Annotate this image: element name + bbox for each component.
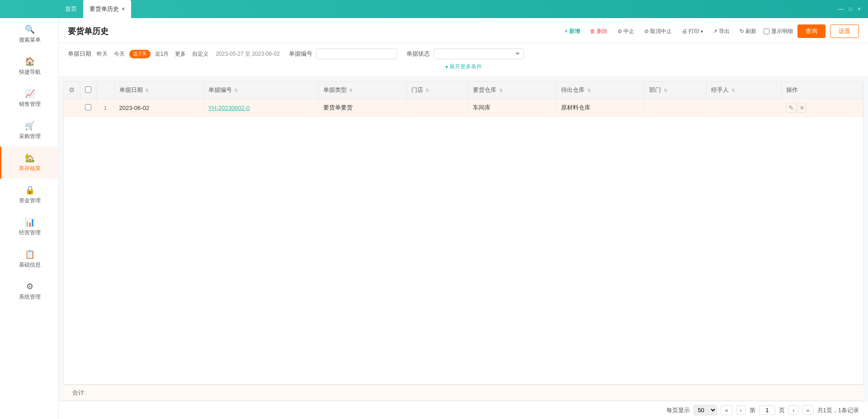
col-pending-warehouse: 待出仓库 ⇅ xyxy=(557,81,645,99)
delete-button[interactable]: 🗑 删除 xyxy=(587,26,610,37)
order-no-filter: 单据编号 xyxy=(289,48,397,59)
date-tabs: 昨天 今天 近7天 近1月 更多 自定义 xyxy=(95,50,210,58)
prev-page-btn[interactable]: ‹ xyxy=(736,405,746,415)
close-tab-icon[interactable]: × xyxy=(122,6,125,12)
print-dropdown-icon: ▾ xyxy=(701,29,703,34)
sidebar-item-purchase-mgmt[interactable]: 🛒 采购管理 xyxy=(0,114,58,147)
sort-dept-icon[interactable]: ⇅ xyxy=(664,88,667,93)
new-button[interactable]: + 新增 xyxy=(562,26,583,37)
inventory-calc-icon: 🏡 xyxy=(25,153,35,163)
col-seq xyxy=(96,81,114,99)
sys-mgmt-icon: ⚙ xyxy=(26,281,33,291)
status-select[interactable] xyxy=(434,48,524,59)
sidebar-item-sys-mgmt[interactable]: ⚙ 系统管理 xyxy=(0,275,58,307)
select-all-checkbox[interactable] xyxy=(85,86,91,93)
date-tab-custom[interactable]: 自定义 xyxy=(190,50,210,58)
date-range-display: 2023-05-27 至 2023-06-02 xyxy=(216,50,279,58)
row-date: 2023-06-02 xyxy=(114,99,203,117)
sidebar-item-inventory-calc[interactable]: 🏡 库存核算 xyxy=(0,147,58,179)
per-page-select[interactable]: 20 50 100 xyxy=(693,405,717,415)
row-order-no[interactable]: YH-20230602-0 xyxy=(203,99,318,117)
page-header: 要货单历史 + 新增 🗑 删除 ⊘ 中止 ⊘ 取消中止 🖨 xyxy=(59,18,868,43)
sort-pending-warehouse-icon[interactable]: ⇅ xyxy=(587,88,591,93)
sort-date-icon[interactable]: ⇅ xyxy=(145,88,149,93)
display-detail-toggle[interactable]: 显示明细 xyxy=(764,28,793,35)
col-dept: 部门 ⇅ xyxy=(645,81,707,99)
print-button[interactable]: 🖨 打印 ▾ xyxy=(679,26,706,37)
col-date: 单据日期 ⇅ xyxy=(114,81,203,99)
sidebar-item-base-info[interactable]: 📋 基础信息 xyxy=(0,243,58,275)
expand-more-btn[interactable]: ▾ 展开更多条件 xyxy=(445,63,482,71)
setting-button[interactable]: 设置 xyxy=(830,24,859,38)
refresh-button[interactable]: ↻ 刷新 xyxy=(737,26,759,37)
sort-order-type-icon[interactable]: ⇅ xyxy=(349,88,353,93)
col-check xyxy=(80,81,96,99)
toolbar: + 新增 🗑 删除 ⊘ 中止 ⊘ 取消中止 🖨 打印 ▾ xyxy=(562,24,859,38)
sidebar-item-search-menu[interactable]: 🔍 搜索菜单 xyxy=(0,18,58,50)
quick-nav-icon: 🏠 xyxy=(25,57,35,67)
date-filter: 单据日期 昨天 今天 近7天 近1月 更多 自定义 2023-05-27 至 2… xyxy=(68,50,280,58)
tab-home[interactable]: 首页 xyxy=(59,0,83,18)
row-more-icon[interactable]: ≡ xyxy=(797,103,806,113)
row-pending-warehouse: 原材料仓库 xyxy=(557,99,645,117)
close-window-icon[interactable]: × xyxy=(858,6,861,12)
display-detail-checkbox[interactable] xyxy=(764,29,769,34)
order-no-input[interactable] xyxy=(316,48,397,59)
total-info: 共1页，1条记录 xyxy=(817,406,859,414)
content-area: 要货单历史 + 新增 🗑 删除 ⊘ 中止 ⊘ 取消中止 🖨 xyxy=(59,18,868,419)
col-req-warehouse: 要货仓库 ⇅ xyxy=(468,81,557,99)
print-icon: 🖨 xyxy=(682,28,687,34)
filter-row-1: 单据日期 昨天 今天 近7天 近1月 更多 自定义 2023-05-27 至 2… xyxy=(68,48,859,59)
cancel-stop-icon: ⊘ xyxy=(644,28,649,34)
sort-req-warehouse-icon[interactable]: ⇅ xyxy=(499,88,503,93)
tab-active-label: 要货单历史 xyxy=(90,5,119,13)
expand-label: 展开更多条件 xyxy=(449,63,482,71)
table-settings-icon[interactable]: ⚙ xyxy=(69,86,75,94)
refresh-icon: ↻ xyxy=(740,28,744,34)
tab-active[interactable]: 要货单历史 × xyxy=(83,0,131,18)
base-info-icon: 📋 xyxy=(25,249,35,259)
sidebar-item-label-sys-mgmt: 系统管理 xyxy=(19,293,41,301)
sidebar-item-finance-mgmt[interactable]: 🔒 资金管理 xyxy=(0,179,58,211)
sidebar-item-sales-mgmt[interactable]: 📈 销售管理 xyxy=(0,82,58,114)
date-tab-1month[interactable]: 近1月 xyxy=(153,50,171,58)
query-button[interactable]: 查询 xyxy=(797,24,826,38)
filter-area: 单据日期 昨天 今天 近7天 近1月 更多 自定义 2023-05-27 至 2… xyxy=(59,43,868,76)
export-button[interactable]: ↗ 导出 xyxy=(710,26,732,37)
page-input[interactable] xyxy=(759,405,775,415)
last-page-btn[interactable]: » xyxy=(802,405,813,415)
chevron-down-icon: ▾ xyxy=(445,64,448,70)
sidebar-item-quick-nav[interactable]: 🏠 快捷导航 xyxy=(0,50,58,82)
sort-order-no-icon[interactable]: ⇅ xyxy=(234,88,238,93)
delete-label: 删除 xyxy=(597,28,608,35)
date-filter-label: 单据日期 xyxy=(68,50,91,58)
ops-mgmt-icon: 📊 xyxy=(25,217,35,227)
sort-store-icon[interactable]: ⇅ xyxy=(425,88,429,93)
col-handler: 经手人 ⇅ xyxy=(706,81,781,99)
next-page-btn[interactable]: › xyxy=(788,405,798,415)
page-unit-label: 页 xyxy=(779,406,785,414)
row-checkbox[interactable] xyxy=(85,104,91,110)
date-tab-today[interactable]: 今天 xyxy=(112,50,127,58)
row-edit-icon[interactable]: ✎ xyxy=(786,103,796,113)
stop-button[interactable]: ⊘ 中止 xyxy=(615,26,637,37)
first-page-btn[interactable]: « xyxy=(721,405,732,415)
minimize-icon[interactable]: — xyxy=(838,6,844,12)
date-tab-yesterday[interactable]: 昨天 xyxy=(95,50,109,58)
status-label: 单据状态 xyxy=(406,50,430,58)
row-action: ✎ ≡ xyxy=(781,99,863,117)
sidebar-item-ops-mgmt[interactable]: 📊 经营管理 xyxy=(0,211,58,243)
table-footer-summary: 合计: xyxy=(63,385,863,401)
status-filter: 单据状态 xyxy=(406,48,524,59)
maximize-icon[interactable]: □ xyxy=(849,6,852,12)
sidebar-item-label-sales-mgmt: 销售管理 xyxy=(19,100,41,108)
date-tab-more[interactable]: 更多 xyxy=(173,50,188,58)
table-container: ⚙ 单据日期 ⇅ 单据编号 ⇅ xyxy=(63,81,863,385)
window-controls: — □ × xyxy=(838,6,868,12)
date-tab-7days[interactable]: 近7天 xyxy=(129,50,151,58)
search-menu-icon: 🔍 xyxy=(25,24,35,34)
sidebar-item-label-ops-mgmt: 经营管理 xyxy=(19,229,41,237)
cancel-stop-button[interactable]: ⊘ 取消中止 xyxy=(642,26,675,37)
sort-handler-icon[interactable]: ⇅ xyxy=(731,88,735,93)
order-no-label: 单据编号 xyxy=(289,50,312,58)
